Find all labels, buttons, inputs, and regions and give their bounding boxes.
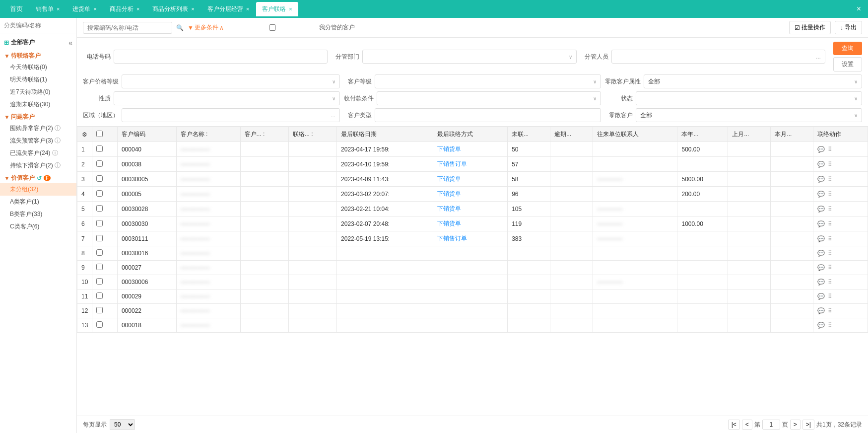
sidebar-item-today[interactable]: 今天待联络(0)	[0, 61, 76, 73]
grid-action-icon[interactable]: ⠿	[828, 176, 832, 183]
search-input[interactable]	[83, 22, 172, 34]
chat-icon[interactable]: 💬	[817, 322, 825, 329]
chat-icon[interactable]: 💬	[817, 220, 825, 227]
last-method-link[interactable]: 下销货单	[437, 190, 461, 197]
grid-action-icon[interactable]: ⠿	[828, 322, 832, 329]
sidebar-item-b-class[interactable]: B类客户(33)	[0, 208, 76, 220]
sidebar-search-input[interactable]	[4, 22, 77, 29]
batch-operation-button[interactable]: ☑ 批量操作	[789, 21, 831, 34]
close-tab-sales[interactable]: ×	[57, 6, 60, 12]
tab-customer-tier[interactable]: 客户分层经营 ×	[201, 2, 255, 16]
chat-icon[interactable]: 💬	[817, 176, 825, 183]
filter-status-select[interactable]: ∨	[636, 91, 862, 105]
next-page-button[interactable]: >	[790, 420, 801, 430]
row-checkbox[interactable]	[92, 304, 118, 318]
chat-icon[interactable]: 💬	[817, 146, 825, 153]
first-page-button[interactable]: |<	[728, 420, 740, 430]
filter-scattered-select[interactable]: 全部 ∨	[636, 108, 862, 122]
row-checkbox[interactable]	[92, 318, 118, 333]
grid-action-icon[interactable]: ⠿	[828, 293, 832, 300]
close-tab-product-analysis[interactable]: ×	[136, 6, 139, 12]
per-page-select[interactable]: 50 100 200	[110, 419, 135, 430]
my-customers-check[interactable]	[228, 24, 317, 31]
filter-price-grade-select[interactable]: ∨	[122, 74, 340, 88]
table-checkbox-header[interactable]	[92, 127, 118, 142]
filter-nature-select[interactable]: ∨	[114, 91, 340, 105]
grid-action-icon[interactable]: ⠿	[828, 250, 832, 257]
chat-icon[interactable]: 💬	[817, 191, 825, 198]
all-customers-header[interactable]: ⊞ 全部客户 «	[0, 35, 76, 50]
filter-scattered-attr-select[interactable]: 全部 ∨	[644, 74, 862, 88]
last-page-button[interactable]: >|	[802, 420, 814, 430]
chat-icon[interactable]: 💬	[817, 264, 825, 271]
tab-purchase[interactable]: 进货单 ×	[67, 2, 102, 16]
sidebar-item-7days[interactable]: 近7天待联络(0)	[0, 86, 76, 98]
problem-section[interactable]: ▼ 问题客户	[0, 111, 76, 122]
sidebar-item-churn-warning[interactable]: 流失预警客户(3) ⓘ	[0, 135, 76, 147]
grid-action-icon[interactable]: ⠿	[828, 279, 832, 286]
last-method-link[interactable]: 下销售订单	[437, 235, 467, 242]
chat-icon[interactable]: 💬	[817, 161, 825, 168]
row-checkbox[interactable]	[92, 261, 118, 275]
row-checkbox[interactable]	[92, 289, 118, 304]
grid-action-icon[interactable]: ⠿	[828, 206, 832, 213]
chat-icon[interactable]: 💬	[817, 235, 825, 242]
filter-customer-type-input[interactable]	[375, 108, 601, 122]
grid-action-icon[interactable]: ⠿	[828, 191, 832, 198]
table-settings-header[interactable]: ⚙	[77, 127, 92, 142]
row-checkbox[interactable]	[92, 231, 118, 246]
row-checkbox[interactable]	[92, 142, 118, 157]
row-checkbox[interactable]	[92, 275, 118, 289]
prev-page-button[interactable]: <	[742, 420, 752, 430]
my-customers-checkbox[interactable]: 我分管的客户	[228, 23, 355, 32]
row-checkbox[interactable]	[92, 246, 118, 261]
sidebar-item-c-class[interactable]: C类客户(6)	[0, 220, 76, 233]
last-method-link[interactable]: 下销货单	[437, 205, 461, 212]
filter-phone-input[interactable]	[114, 50, 328, 64]
grid-action-icon[interactable]: ⠿	[828, 146, 832, 153]
tab-customer-contact[interactable]: 客户联络 ×	[256, 2, 298, 16]
filter-person-input[interactable]: …	[611, 50, 825, 64]
row-checkbox[interactable]	[92, 187, 118, 202]
search-icon[interactable]: 🔍	[176, 24, 184, 31]
grid-action-icon[interactable]: ⠿	[828, 264, 832, 271]
row-checkbox[interactable]	[92, 157, 118, 172]
value-section[interactable]: ▼ 价值客户 ↺ F	[0, 172, 76, 183]
chat-icon[interactable]: 💬	[817, 279, 825, 286]
close-tab-customer-contact[interactable]: ×	[289, 6, 292, 12]
query-button[interactable]: 查询	[833, 42, 862, 55]
row-checkbox[interactable]	[92, 216, 118, 231]
wait-section[interactable]: ▼ 待联络客户	[0, 50, 76, 61]
last-method-link[interactable]: 下销货单	[437, 220, 461, 227]
export-button[interactable]: ↓ 导出	[835, 21, 862, 34]
grid-action-icon[interactable]: ⠿	[828, 235, 832, 242]
grid-action-icon[interactable]: ⠿	[828, 307, 832, 314]
tab-sales[interactable]: 销售单 ×	[30, 2, 66, 16]
grid-action-icon[interactable]: ⠿	[828, 161, 832, 168]
last-method-link[interactable]: 下销售订单	[437, 160, 467, 167]
sidebar-item-abnormal[interactable]: 囤购异常客户(2) ⓘ	[0, 122, 76, 135]
filter-region-input[interactable]: …	[122, 108, 340, 122]
row-checkbox[interactable]	[92, 202, 118, 216]
chat-icon[interactable]: 💬	[817, 250, 825, 257]
filter-payment-select[interactable]: ∨	[377, 91, 601, 105]
grid-action-icon[interactable]: ⠿	[828, 220, 832, 227]
tab-product-analysis[interactable]: 商品分析 ×	[104, 2, 145, 16]
chat-icon[interactable]: 💬	[817, 206, 825, 213]
select-all-checkbox[interactable]	[96, 131, 103, 137]
home-tab[interactable]: 首页	[4, 1, 29, 16]
close-tab-product-analysis-list[interactable]: ×	[191, 6, 194, 12]
close-all-tabs[interactable]: ×	[854, 4, 864, 13]
filter-customer-grade-select[interactable]: ∨	[375, 74, 601, 88]
close-tab-purchase[interactable]: ×	[93, 6, 96, 12]
reset-button[interactable]: 设置	[833, 57, 862, 72]
sidebar-item-ungroup[interactable]: 未分组(32)	[0, 183, 76, 196]
chat-icon[interactable]: 💬	[817, 293, 825, 300]
refresh-icon[interactable]: ↺	[37, 175, 42, 182]
sidebar-item-a-class[interactable]: A类客户(1)	[0, 196, 76, 208]
row-checkbox[interactable]	[92, 172, 118, 187]
sidebar-item-overdue[interactable]: 逾期未联络(30)	[0, 98, 76, 111]
more-conditions[interactable]: ▼ 更多条件 ∧	[188, 23, 224, 32]
sidebar-item-tomorrow[interactable]: 明天待联络(1)	[0, 73, 76, 86]
last-method-link[interactable]: 下销货单	[437, 175, 461, 182]
